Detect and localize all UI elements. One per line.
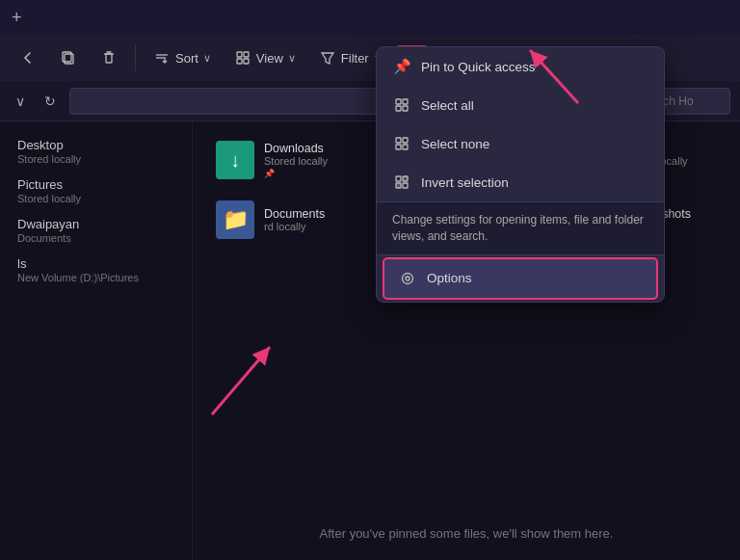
select-all-label: Select all — [421, 98, 474, 113]
downloads-pin: 📌 — [264, 169, 328, 178]
svg-rect-23 — [396, 176, 401, 181]
documents2-sub: rd locally — [264, 221, 325, 232]
sort-button[interactable]: Sort ∨ — [144, 43, 221, 72]
title-bar: + — [0, 0, 740, 35]
options-label: Options — [427, 271, 472, 285]
address-refresh[interactable]: ↻ — [39, 90, 62, 113]
svg-rect-24 — [403, 176, 408, 181]
copy-button[interactable] — [50, 43, 87, 72]
view-label: View — [256, 51, 283, 66]
filter-label: Filter — [341, 51, 369, 66]
svg-rect-2 — [106, 54, 112, 63]
filter-icon — [319, 49, 336, 67]
svg-rect-15 — [396, 99, 401, 104]
svg-rect-18 — [403, 106, 408, 111]
select-none-icon — [392, 134, 411, 153]
nav-item-pictures[interactable]: Pictures Stored locally — [4, 172, 188, 210]
svg-rect-17 — [396, 106, 401, 111]
menu-tooltip: Change settings for opening items, file … — [377, 201, 664, 255]
downloads-icon: ↓ — [216, 141, 254, 179]
documents2-icon: 📁 — [216, 200, 254, 239]
view-chevron: ∨ — [288, 52, 296, 65]
nav-item-desktop[interactable]: Desktop Stored locally — [4, 132, 188, 171]
svg-rect-10 — [237, 59, 242, 64]
pin-label: Pin to Quick access — [421, 60, 536, 74]
sort-chevron: ∨ — [203, 52, 211, 65]
svg-rect-25 — [396, 183, 401, 188]
separator-1 — [135, 44, 136, 71]
nav-panel: Desktop Stored locally Pictures Stored l… — [0, 121, 193, 560]
nav-item-dwaipayan[interactable]: Dwaipayan Documents — [4, 211, 188, 250]
svg-point-27 — [403, 273, 413, 283]
svg-point-28 — [406, 277, 410, 280]
svg-rect-19 — [396, 138, 401, 143]
sort-icon — [153, 49, 171, 67]
sort-label: Sort — [175, 51, 198, 66]
downloads-name: Downloads — [264, 142, 328, 155]
address-chevron[interactable]: ∨ — [10, 90, 31, 113]
trash-icon — [100, 49, 118, 67]
file-item-downloads[interactable]: ↓ Downloads Stored locally 📌 — [208, 135, 364, 185]
view-icon — [234, 49, 251, 67]
invert-label: Invert selection — [421, 175, 509, 190]
view-button[interactable]: View ∨ — [225, 43, 305, 72]
svg-rect-22 — [403, 145, 408, 149]
svg-rect-20 — [403, 138, 408, 143]
dropdown-menu: 📌 Pin to Quick access Select all Select … — [376, 46, 665, 303]
pin-menu-icon: 📌 — [392, 57, 411, 76]
svg-rect-16 — [403, 99, 408, 104]
documents2-name: Documents — [264, 207, 325, 221]
svg-marker-12 — [322, 53, 333, 64]
back-icon — [19, 49, 37, 67]
menu-item-select-none[interactable]: Select none — [377, 124, 664, 163]
options-icon — [398, 269, 417, 288]
menu-item-invert[interactable]: Invert selection — [377, 163, 664, 201]
nav-item-newvolume[interactable]: ls New Volume (D:)\Pictures — [4, 251, 188, 289]
new-tab-button[interactable]: + — [12, 8, 22, 28]
select-all-icon — [392, 95, 411, 115]
menu-item-options[interactable]: Options — [383, 257, 658, 300]
downloads-info: Downloads Stored locally 📌 — [264, 142, 328, 178]
svg-rect-9 — [244, 52, 249, 57]
delete-button[interactable] — [91, 43, 127, 72]
menu-item-pin[interactable]: 📌 Pin to Quick access — [377, 47, 664, 86]
back-button[interactable] — [10, 43, 46, 72]
svg-rect-21 — [396, 145, 401, 149]
documents2-info: Documents rd locally — [264, 207, 325, 232]
invert-icon — [392, 173, 411, 192]
downloads-sub: Stored locally — [264, 155, 328, 167]
menu-item-select-all[interactable]: Select all — [377, 86, 664, 124]
svg-rect-8 — [237, 52, 242, 57]
file-item-documents2[interactable]: 📁 Documents rd locally — [208, 195, 364, 245]
select-none-label: Select none — [421, 137, 489, 151]
svg-rect-26 — [403, 183, 408, 188]
bottom-hint: After you've pinned some files, we'll sh… — [193, 526, 740, 541]
svg-rect-11 — [244, 59, 249, 64]
copy-icon — [60, 49, 77, 67]
